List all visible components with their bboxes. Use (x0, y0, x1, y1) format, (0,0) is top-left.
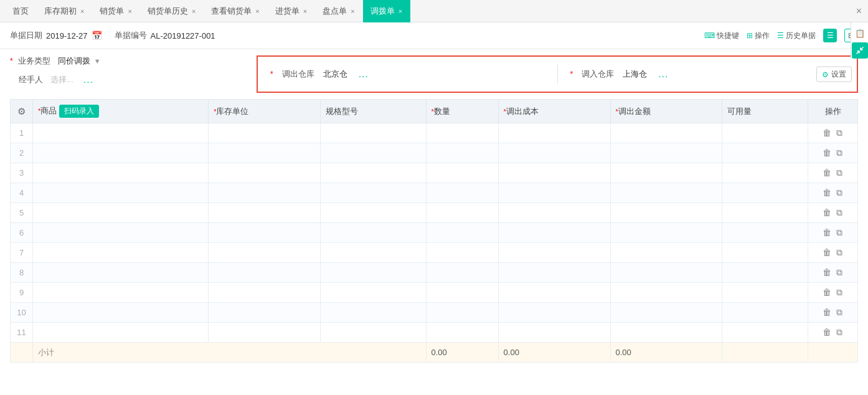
cell-cost[interactable] (498, 143, 610, 163)
copy-icon[interactable]: ⧉ (833, 287, 846, 299)
cell-qty[interactable] (426, 143, 498, 163)
tab-close-inventory-init[interactable]: × (80, 7, 84, 15)
cell-qty[interactable] (426, 203, 498, 223)
copy-icon[interactable]: ⧉ (833, 187, 846, 199)
copy-icon[interactable]: ⧉ (833, 227, 846, 239)
cell-spec[interactable] (321, 283, 426, 303)
cell-product[interactable] (33, 263, 209, 283)
delete-icon[interactable]: 🗑 (821, 186, 833, 199)
cell-qty[interactable] (426, 183, 498, 203)
cell-product[interactable] (33, 203, 209, 223)
cell-product[interactable] (33, 323, 209, 343)
close-window-icon[interactable]: × (856, 6, 862, 17)
cell-product[interactable] (33, 143, 209, 163)
tab-transfer-order[interactable]: 调拨单 × (363, 0, 410, 22)
cell-spec[interactable] (321, 243, 426, 263)
cell-qty[interactable] (426, 223, 498, 243)
warehouse-settings-btn[interactable]: ⚙ 设置 (816, 67, 852, 82)
cell-product[interactable] (33, 123, 209, 143)
copy-icon[interactable]: ⧉ (833, 167, 846, 179)
cell-qty[interactable] (426, 303, 498, 323)
cell-qty[interactable] (426, 243, 498, 263)
cell-amount[interactable] (610, 223, 722, 243)
delete-icon[interactable]: 🗑 (821, 166, 833, 179)
cell-spec[interactable] (321, 123, 426, 143)
delete-icon[interactable]: 🗑 (821, 326, 833, 338)
cell-qty[interactable] (426, 123, 498, 143)
tab-purchase-order[interactable]: 进货单 × (268, 0, 315, 22)
cell-cost[interactable] (498, 203, 610, 223)
cell-cost[interactable] (498, 183, 610, 203)
cell-cost[interactable] (498, 323, 610, 343)
cell-qty[interactable] (426, 323, 498, 343)
cell-unit[interactable] (209, 163, 321, 183)
tab-inventory-check[interactable]: 盘点单 × (315, 0, 362, 22)
cell-amount[interactable] (610, 163, 722, 183)
cell-product[interactable] (33, 183, 209, 203)
cell-unit[interactable] (209, 263, 321, 283)
cell-cost[interactable] (498, 283, 610, 303)
tab-close-inventory-check[interactable]: × (351, 7, 354, 15)
tab-sales-order[interactable]: 销货单 × (92, 0, 139, 22)
cell-amount[interactable] (610, 123, 722, 143)
biz-select[interactable]: 同价调拨 ▼ (58, 55, 158, 67)
history-btn[interactable]: ☰ 历史单据 (777, 31, 816, 41)
tab-close-view-sales[interactable]: × (255, 7, 259, 15)
cell-product[interactable] (33, 283, 209, 303)
cell-amount[interactable] (610, 323, 722, 343)
cell-spec[interactable] (321, 183, 426, 203)
cell-amount[interactable] (610, 303, 722, 323)
cell-amount[interactable] (610, 263, 722, 283)
cell-unit[interactable] (209, 323, 321, 343)
cell-unit[interactable] (209, 183, 321, 203)
sidebar-doc-icon[interactable]: 📋 (852, 25, 868, 41)
cell-spec[interactable] (321, 163, 426, 183)
cell-product[interactable] (33, 243, 209, 263)
copy-icon[interactable]: ⧉ (833, 207, 846, 219)
delete-icon[interactable]: 🗑 (821, 126, 833, 139)
handler-more-btn[interactable]: ... (83, 74, 93, 85)
cell-amount[interactable] (610, 283, 722, 303)
cell-spec[interactable] (321, 263, 426, 283)
cell-product[interactable] (33, 303, 209, 323)
handler-placeholder[interactable]: 选择... (50, 74, 73, 85)
cell-unit[interactable] (209, 143, 321, 163)
shortcut-btn[interactable]: ⌨ 快捷键 (704, 31, 739, 41)
scan-btn[interactable]: 扫码录入 (59, 105, 99, 118)
copy-icon[interactable]: ⧉ (833, 326, 846, 339)
cell-qty[interactable] (426, 163, 498, 183)
tab-home[interactable]: 首页 (5, 0, 37, 22)
cell-cost[interactable] (498, 303, 610, 323)
copy-icon[interactable]: ⧉ (833, 267, 846, 279)
layout-btn-list[interactable]: ☰ (823, 29, 837, 42)
delete-icon[interactable]: 🗑 (821, 286, 833, 298)
delete-icon[interactable]: 🗑 (821, 306, 833, 318)
cell-spec[interactable] (321, 323, 426, 343)
cell-product[interactable] (33, 223, 209, 243)
cell-spec[interactable] (321, 143, 426, 163)
tab-close-transfer-order[interactable]: × (399, 7, 402, 15)
cell-cost[interactable] (498, 263, 610, 283)
delete-icon[interactable]: 🗑 (821, 206, 833, 219)
delete-icon[interactable]: 🗑 (821, 226, 833, 239)
cell-unit[interactable] (209, 223, 321, 243)
table-gear-icon[interactable]: ⚙ (17, 106, 26, 117)
cell-unit[interactable] (209, 123, 321, 143)
tab-view-sales[interactable]: 查看销货单 × (204, 0, 267, 22)
operation-btn[interactable]: ⊞ 操作 (747, 31, 770, 41)
cell-qty[interactable] (426, 283, 498, 303)
out-warehouse-more[interactable]: ... (359, 69, 369, 80)
cell-amount[interactable] (610, 203, 722, 223)
cell-cost[interactable] (498, 163, 610, 183)
copy-icon[interactable]: ⧉ (833, 147, 846, 159)
delete-icon[interactable]: 🗑 (821, 246, 833, 259)
in-warehouse-more[interactable]: ... (658, 69, 668, 80)
calendar-icon[interactable]: 📅 (92, 31, 102, 40)
delete-icon[interactable]: 🗑 (821, 266, 833, 278)
cell-qty[interactable] (426, 263, 498, 283)
cell-cost[interactable] (498, 243, 610, 263)
copy-icon[interactable]: ⧉ (833, 247, 846, 259)
cell-amount[interactable] (610, 183, 722, 203)
delete-icon[interactable]: 🗑 (821, 146, 833, 159)
cell-product[interactable] (33, 163, 209, 183)
